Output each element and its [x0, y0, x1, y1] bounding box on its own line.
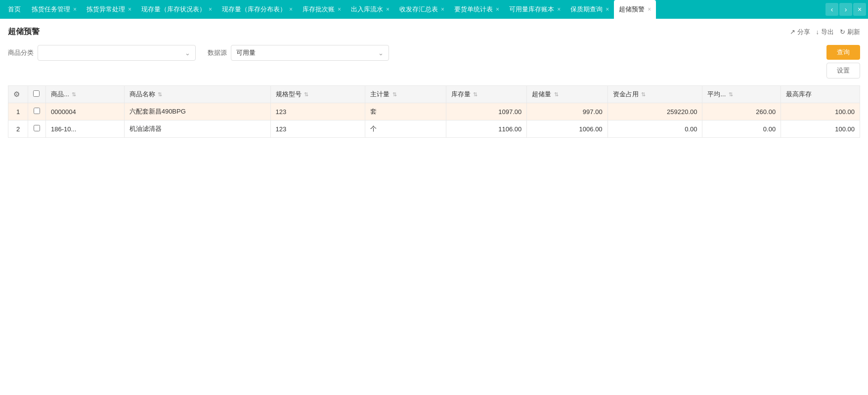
- row-avg: 260.00: [702, 103, 781, 120]
- name-col-header[interactable]: 商品名称 ⇅: [124, 86, 270, 103]
- tab-shoufa-huizong[interactable]: 收发存汇总表 ×: [394, 0, 449, 19]
- tab-close-1[interactable]: ×: [128, 6, 131, 13]
- row-checkbox-1[interactable]: [34, 125, 40, 131]
- tab-close-9[interactable]: ×: [606, 6, 609, 13]
- row-unit: 个: [365, 120, 446, 138]
- row-unit: 套: [365, 103, 446, 120]
- row-avg: 0.00: [702, 120, 781, 138]
- datasource-select-value: 可用量: [236, 48, 256, 57]
- page-container: 超储预警 ↗ 分享 ↓ 导出 ↻ 刷新 商品分类 ⌄: [0, 19, 868, 395]
- select-all-checkbox[interactable]: [33, 90, 40, 97]
- home-tab[interactable]: 首页: [2, 0, 27, 19]
- export-button[interactable]: ↓ 导出: [816, 28, 834, 37]
- tab-close-5[interactable]: ×: [386, 6, 390, 13]
- row-spec: 123: [270, 120, 365, 138]
- row-spec: 123: [270, 103, 365, 120]
- sort-icon-spec: ⇅: [304, 91, 308, 97]
- sort-icon-capital: ⇅: [641, 91, 646, 97]
- tab-close-2[interactable]: ×: [209, 6, 212, 13]
- tab-close-all-button[interactable]: ×: [853, 3, 866, 16]
- topbar: 首页 拣货任务管理 × 拣货异常处理 × 现存量（库存状况表） × 现存量（库存…: [0, 0, 868, 19]
- sort-icon-over: ⇅: [554, 91, 559, 97]
- row-over: 997.00: [527, 103, 608, 120]
- tab-close-8[interactable]: ×: [557, 6, 561, 13]
- stock-col-header[interactable]: 库存量 ⇅: [446, 86, 526, 103]
- row-name: 机油滤清器: [124, 120, 270, 138]
- tab-next-button[interactable]: ›: [839, 3, 852, 16]
- filter-row: 商品分类 ⌄ 数据源 可用量 ⌄: [8, 45, 815, 61]
- row-code: 186-10...: [46, 120, 125, 138]
- checkbox-col-header: [28, 86, 46, 103]
- row-over: 1006.00: [527, 120, 608, 138]
- export-icon: ↓: [816, 28, 820, 36]
- chevron-down-icon: ⌄: [185, 49, 190, 57]
- page-title: 超储预警: [8, 27, 40, 37]
- category-filter: 商品分类 ⌄: [8, 45, 196, 61]
- data-table: ⚙ 商品... ⇅ 商品名称 ⇅ 规格型号 ⇅ 主计量: [8, 85, 860, 138]
- tab-xiancunliang-kuangkuang[interactable]: 现存量（库存状况表） ×: [136, 0, 217, 19]
- table-row: 1 0000004 六配套新昌490BPG 123 套 1097.00 997.…: [8, 103, 860, 120]
- row-maxstock: 100.00: [781, 120, 860, 138]
- row-capital: 259220.00: [608, 103, 702, 120]
- tab-close-7[interactable]: ×: [496, 6, 499, 13]
- row-capital: 0.00: [608, 120, 702, 138]
- tab-xiancunliang-fenbiao[interactable]: 现存量（库存分布表） ×: [217, 0, 298, 19]
- unit-col-header[interactable]: 主计量 ⇅: [365, 86, 446, 103]
- sort-icon-name: ⇅: [158, 91, 162, 97]
- refresh-icon: ↻: [840, 28, 845, 36]
- table-row: 2 186-10... 机油滤清器 123 个 1106.00 1006.00 …: [8, 120, 860, 138]
- share-icon: ↗: [790, 28, 795, 36]
- row-checkbox-0[interactable]: [34, 108, 40, 114]
- tab-close-6[interactable]: ×: [441, 6, 444, 13]
- tab-close-3[interactable]: ×: [289, 6, 293, 13]
- row-name: 六配套新昌490BPG: [124, 103, 270, 120]
- tab-nav-arrows: ‹ › ×: [825, 3, 866, 16]
- gear-icon[interactable]: ⚙: [13, 90, 20, 98]
- tab-baozhi-chaxun[interactable]: 保质期查询 ×: [565, 0, 614, 19]
- row-checkbox-cell: [28, 120, 46, 138]
- row-num: 2: [8, 120, 28, 138]
- datasource-filter: 数据源 可用量 ⌄: [208, 45, 389, 61]
- code-col-header[interactable]: 商品... ⇅: [46, 86, 125, 103]
- tab-close-10[interactable]: ×: [648, 6, 651, 13]
- tab-chaochuyujing[interactable]: 超储预警 ×: [614, 0, 656, 19]
- row-stock: 1106.00: [446, 120, 526, 138]
- row-checkbox-cell: [28, 103, 46, 120]
- row-stock: 1097.00: [446, 103, 526, 120]
- datasource-select[interactable]: 可用量 ⌄: [231, 45, 389, 61]
- set-button[interactable]: 设置: [826, 63, 860, 79]
- filter-buttons: 查询 设置: [826, 45, 860, 79]
- table-header-row: ⚙ 商品... ⇅ 商品名称 ⇅ 规格型号 ⇅ 主计量: [8, 86, 860, 103]
- category-label: 商品分类: [8, 48, 34, 57]
- chevron-down-icon-2: ⌄: [378, 49, 384, 57]
- sort-icon-code: ⇅: [72, 91, 76, 97]
- tab-jianhuo-renwu[interactable]: 拣货任务管理 ×: [27, 0, 82, 19]
- page-header: 超储预警 ↗ 分享 ↓ 导出 ↻ 刷新: [8, 27, 860, 37]
- refresh-button[interactable]: ↻ 刷新: [840, 28, 860, 37]
- tab-close-4[interactable]: ×: [338, 6, 341, 13]
- query-button[interactable]: 查询: [826, 45, 860, 60]
- tab-jianhuo-yichang[interactable]: 拣货异常处理 ×: [82, 0, 136, 19]
- settings-col-header: ⚙: [8, 86, 28, 103]
- avg-col-header[interactable]: 平均... ⇅: [702, 86, 781, 103]
- row-code: 0000004: [46, 103, 125, 120]
- row-num: 1: [8, 103, 28, 120]
- share-button[interactable]: ↗ 分享: [790, 28, 810, 37]
- tab-yaohuo-tongji[interactable]: 要货单统计表 ×: [449, 0, 504, 19]
- capital-col-header[interactable]: 资金占用 ⇅: [608, 86, 702, 103]
- tab-prev-button[interactable]: ‹: [825, 3, 838, 16]
- tab-churu-liushui[interactable]: 出入库流水 ×: [346, 0, 394, 19]
- tab-close-0[interactable]: ×: [73, 6, 77, 13]
- sort-icon-avg: ⇅: [729, 91, 733, 97]
- datasource-label: 数据源: [208, 48, 227, 57]
- row-maxstock: 100.00: [781, 103, 860, 120]
- tab-keyongliang[interactable]: 可用量库存账本 ×: [504, 0, 565, 19]
- page-actions: ↗ 分享 ↓ 导出 ↻ 刷新: [790, 28, 861, 37]
- over-col-header[interactable]: 超储量 ⇅: [527, 86, 608, 103]
- category-select[interactable]: ⌄: [38, 45, 196, 61]
- sort-icon-unit: ⇅: [392, 91, 397, 97]
- sort-icon-stock: ⇅: [473, 91, 477, 97]
- maxstock-col-header[interactable]: 最高库存: [781, 86, 860, 103]
- tab-kucun-pici[interactable]: 库存批次账 ×: [298, 0, 346, 19]
- spec-col-header[interactable]: 规格型号 ⇅: [270, 86, 365, 103]
